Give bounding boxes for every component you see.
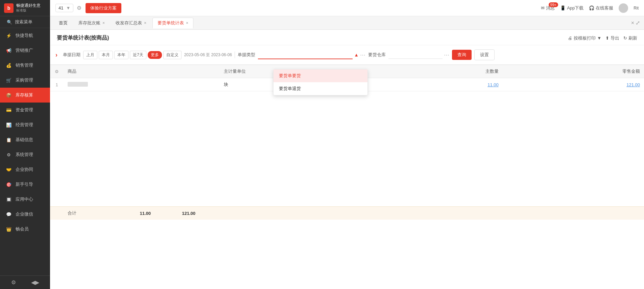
type-dropdown: 要货单要货 要货单退货	[273, 69, 368, 95]
page-header: 要货单统计表(按商品) 🖨 按模板打印 ▼ ⬆ 导出 ↻ 刷新	[50, 30, 644, 45]
sidebar-item-guide[interactable]: 🎯 新手引导	[0, 177, 50, 192]
sidebar: b 畅捷通好生意 标准版 🔍 搜索菜单 ⚡ 快捷导航 📢 营销推广 💰 销售管理…	[0, 0, 50, 289]
marketing-icon: 📢	[5, 47, 12, 54]
tab-receive-summary-label: 收发存汇总表	[116, 20, 142, 26]
print-button[interactable]: 🖨 按模板打印 ▼	[568, 35, 601, 41]
row-seq: 1	[50, 78, 64, 91]
message-button[interactable]: ✉ 消息 99+	[541, 5, 555, 11]
sidebar-item-basic[interactable]: 📋 基础信息	[0, 132, 50, 147]
close-all-tabs-icon[interactable]: ×	[631, 20, 634, 26]
type-more-icon[interactable]: ⋯	[360, 52, 365, 58]
sidebar-item-wechat[interactable]: 💬 企业微信	[0, 207, 50, 222]
inventory-icon: 📦	[5, 92, 12, 98]
sidebar-item-label: 系统管理	[16, 152, 33, 158]
sidebar-item-label: 新手引导	[16, 181, 33, 187]
col-settings[interactable]: ⚙	[50, 65, 64, 78]
sidebar-search[interactable]: 🔍 搜索菜单	[0, 16, 50, 28]
purchase-icon: 🛒	[5, 77, 12, 84]
sidebar-item-inventory[interactable]: 📦 库存核算	[0, 88, 50, 103]
type-chevron-up-icon[interactable]: ▲	[354, 52, 359, 58]
filter-toggle-icon[interactable]: ›	[55, 51, 57, 59]
empty-space	[50, 91, 644, 206]
sidebar-item-label: 库存核算	[16, 92, 33, 98]
store-selector[interactable]: 41 ▼	[55, 4, 73, 12]
date-btn-custom[interactable]: 自定义	[163, 51, 182, 59]
sidebar-item-label: 企业微信	[16, 211, 33, 217]
footer-qty: 11.00	[110, 211, 151, 216]
print-chevron-icon: ▼	[597, 36, 601, 41]
table-footer: 合计 11.00 121.00	[50, 206, 644, 220]
header-right: ✉ 消息 99+ 📱 App下载 🎧 在线客服 Rit	[541, 3, 639, 13]
tab-requisition-stats-close[interactable]: ×	[186, 21, 188, 25]
expand-tabs-icon[interactable]: ⤢	[636, 20, 640, 26]
user-avatar[interactable]	[619, 3, 628, 13]
footer-amount: 121.00	[155, 211, 195, 216]
app-download-button[interactable]: 📱 App下载	[560, 5, 583, 11]
footer-label: 合计	[54, 210, 110, 216]
date-filter-label: 单据日期	[63, 52, 80, 58]
guide-icon: 🎯	[5, 181, 12, 188]
trial-button[interactable]: 体验行业方案	[86, 3, 121, 13]
message-badge: 99+	[549, 2, 558, 7]
dropdown-item-requisition-order[interactable]: 要货单要货	[273, 69, 367, 82]
sidebar-item-sales[interactable]: 💰 销售管理	[0, 58, 50, 73]
top-header: 41 ▼ ⚙ 体验行业方案 ✉ 消息 99+ 📱 App下载 🎧 在线客服 Ri…	[50, 0, 644, 16]
collapse-icon[interactable]: ◀▶	[31, 279, 39, 286]
sidebar-item-purchase[interactable]: 🛒 采购管理	[0, 73, 50, 88]
type-input[interactable]	[258, 51, 353, 59]
date-btn-last-month[interactable]: 上月	[83, 51, 97, 59]
sidebar-item-label: 企业协同	[16, 166, 33, 173]
col-qty: 主数量	[385, 65, 503, 78]
chevron-down-icon: ▼	[66, 5, 70, 10]
sidebar-item-label: 基础信息	[16, 137, 33, 143]
sidebar-item-finance[interactable]: 💳 资金管理	[0, 103, 50, 117]
header-gear-icon[interactable]: ⚙	[77, 5, 81, 11]
sidebar-item-quick-nav[interactable]: ⚡ 快捷导航	[0, 28, 50, 43]
tab-receive-summary-close[interactable]: ×	[144, 21, 146, 25]
user-name-text: Rit	[634, 6, 639, 10]
sidebar-item-enterprise[interactable]: 🤝 企业协同	[0, 162, 50, 177]
sidebar-item-appcenter[interactable]: 🔲 应用中心	[0, 192, 50, 207]
wechat-icon: 💬	[5, 211, 12, 218]
search-icon: 🔍	[7, 20, 12, 25]
header-left: 41 ▼ ⚙ 体验行业方案	[55, 3, 541, 13]
date-btn-this-month[interactable]: 本月	[99, 51, 113, 59]
tab-batch-account[interactable]: 库存批次账 ×	[74, 18, 110, 28]
column-settings-button[interactable]: 设置	[474, 49, 495, 60]
date-btn-7days[interactable]: 近7天	[130, 51, 146, 59]
settings-bottom-icon[interactable]: ⚙	[11, 279, 16, 286]
warehouse-more-icon[interactable]: ⋯	[444, 52, 449, 58]
product-name-blurred	[68, 82, 88, 87]
tab-receive-summary[interactable]: 收发存汇总表 ×	[111, 18, 151, 28]
print-label: 按模板打印	[574, 35, 596, 41]
search-label: 搜索菜单	[15, 19, 32, 25]
tab-requisition-stats[interactable]: 要货单统计表 ×	[152, 18, 193, 28]
online-service-button[interactable]: 🎧 在线客服	[589, 5, 613, 11]
message-icon: ✉	[541, 5, 545, 10]
dropdown-item-requisition-return[interactable]: 要货单退货	[273, 82, 367, 95]
date-btn-this-year[interactable]: 本年	[114, 51, 128, 59]
tab-home[interactable]: 首页	[54, 18, 72, 28]
sidebar-item-system[interactable]: ⚙ 系统管理	[0, 147, 50, 162]
tab-home-label: 首页	[59, 20, 68, 26]
dropdown-item-label: 要货单退货	[279, 86, 301, 91]
print-icon: 🖨	[568, 36, 572, 41]
date-btn-more[interactable]: 更多	[148, 51, 162, 59]
tab-batch-account-close[interactable]: ×	[102, 21, 105, 25]
export-button[interactable]: ⬆ 导出	[605, 35, 619, 41]
finance-icon: 💳	[5, 107, 12, 113]
sidebar-item-operation[interactable]: 📊 经营管理	[0, 117, 50, 132]
sidebar-bottom: ⚙ ◀▶	[0, 275, 50, 289]
sidebar-item-label: 采购管理	[16, 77, 33, 83]
sidebar-item-label: 营销推广	[16, 47, 33, 53]
logo-icon: b	[4, 3, 14, 13]
basic-icon: 📋	[5, 136, 12, 143]
operation-icon: 📊	[5, 121, 12, 128]
sidebar-item-marketing[interactable]: 📢 营销推广	[0, 43, 50, 58]
query-button[interactable]: 查询	[452, 50, 472, 60]
sidebar-item-member[interactable]: 👑 畅会员	[0, 222, 50, 237]
service-label: 在线客服	[596, 5, 613, 11]
sales-icon: 💰	[5, 62, 12, 69]
refresh-button[interactable]: ↻ 刷新	[623, 35, 637, 41]
warehouse-input[interactable]	[388, 51, 443, 59]
